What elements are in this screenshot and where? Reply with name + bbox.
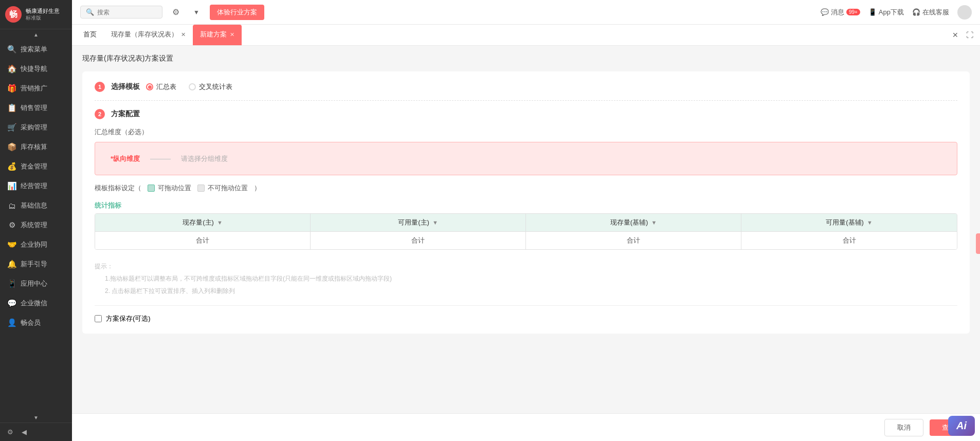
sales-icon: 📋 [7,103,16,113]
save-label: 方案保存(可选) [106,314,151,323]
sidebar-item-new-guide[interactable]: 🔔 新手引导 [0,254,72,274]
trial-industry-button[interactable]: 体验行业方案 [210,5,264,20]
settings-icon[interactable]: ⚙ [7,428,13,436]
dimension-selector[interactable]: *纵向维度 —— 请选择分组维度 [95,142,957,175]
radio-summary[interactable]: 汇总表 [146,82,176,91]
step1-title: 选择模板 [111,82,140,91]
step2-badge: 2 [95,109,105,119]
col1-dropdown-icon[interactable]: ▼ [217,219,223,226]
sidebar-item-label: 经营管理 [21,181,47,191]
sidebar-item-label: 资金管理 [21,162,47,171]
sidebar-item-label: 采购管理 [21,123,47,132]
finance-icon: 💰 [7,162,16,171]
sidebar-item-label: 搜索菜单 [21,45,47,54]
sidebar-bottom: ⚙ ◀ [0,422,72,441]
radio-cross[interactable]: 交叉统计表 [189,82,232,91]
sidebar-item-operations[interactable]: 📊 经营管理 [0,176,72,196]
stats-col2-header[interactable]: 可用量(主) ▼ [311,214,526,231]
quick-nav-icon: 🏠 [7,64,16,74]
tab-home-label: 首页 [83,30,97,39]
stats-col1-header[interactable]: 现存量(主) ▼ [95,214,311,231]
customer-service-btn[interactable]: 🎧 在线客服 [912,8,949,17]
template-radio-group: 汇总表 交叉统计表 [146,82,232,91]
sidebar-item-member[interactable]: 👤 畅会员 [0,313,72,333]
app-download-btn[interactable]: 📱 App下载 [868,8,904,17]
tab-home[interactable]: 首页 [76,25,104,45]
messages-btn[interactable]: 💬 消息 99+ [821,8,860,17]
settings-icon-btn[interactable]: ⚙ [169,5,183,20]
sidebar-nav: 🔍 搜索菜单 🏠 快捷导航 🎁 营销推广 📋 销售管理 🛒 采购管理 📦 库存核… [0,40,72,412]
ai-badge[interactable]: Ai [948,416,975,436]
right-scroll-handle[interactable] [976,233,980,254]
radio-summary-circle [146,83,153,90]
tab-new-scheme[interactable]: 新建方案 ✕ [193,25,242,45]
save-checkbox[interactable] [95,315,102,322]
step1-row: 1 选择模板 汇总表 交叉统计表 [95,82,957,92]
sidebar-item-wechat[interactable]: 💬 企业微信 [0,293,72,313]
hint-item-1: 1.拖动标题栏可以调整布局，不可跨维度或指标区域拖动栏目字段(只能在同一维度或指… [95,272,957,285]
step2-row: 2 方案配置 [95,109,957,119]
indicator-row: 模板指标设定（ 可拖动位置 不可拖动位置 ） [95,183,957,193]
fixed-indicator: 不可拖动位置 [197,183,248,193]
sidebar-item-inventory[interactable]: 📦 库存核算 [0,137,72,157]
sidebar-item-label: 库存核算 [21,142,47,152]
col2-dropdown-icon[interactable]: ▼ [432,219,438,226]
sidebar-item-system[interactable]: ⚙ 系统管理 [0,215,72,235]
step2-title: 方案配置 [111,109,140,119]
window-close-icon[interactable]: ✕ [949,29,961,41]
sidebar-item-finance[interactable]: 💰 资金管理 [0,157,72,176]
stats-col3-data: 合计 [526,231,741,249]
tab-inventory-status[interactable]: 现存量（库存状况表） ✕ [104,25,193,45]
user-avatar[interactable] [957,5,972,20]
cancel-button[interactable]: 取消 [884,419,923,436]
sidebar-item-search-menu[interactable]: 🔍 搜索菜单 [0,40,72,59]
content-area: 现存量(库存状况表)方案设置 1 选择模板 汇总表 交叉统计表 [72,46,980,441]
col3-dropdown-icon[interactable]: ▼ [651,219,657,226]
stats-col4-header[interactable]: 可用量(基辅) ▼ [741,214,957,231]
sidebar-item-app-center[interactable]: 📱 应用中心 [0,274,72,293]
draggable-indicator: 可拖动位置 [148,183,191,193]
sidebar-item-quick-nav[interactable]: 🏠 快捷导航 [0,59,72,79]
indicator-prefix: 模板指标设定（ [95,183,141,193]
search-box[interactable]: 🔍 [80,6,162,19]
tab-new-scheme-label: 新建方案 [200,30,227,39]
system-icon: ⚙ [7,220,16,230]
sidebar-scroll-down[interactable]: ▼ [0,412,72,422]
stats-col2-data: 合计 [311,231,526,249]
sidebar-item-label: 销售管理 [21,103,47,113]
stats-col2-label: 可用量(主) [398,218,429,227]
sidebar-item-label: 应用中心 [21,279,47,288]
purchase-icon: 🛒 [7,123,16,132]
window-expand-icon[interactable]: ⛶ [964,29,976,41]
dropdown-icon-btn[interactable]: ▼ [189,5,204,20]
customer-service-label: 在线客服 [922,8,949,17]
sidebar-item-marketing[interactable]: 🎁 营销推广 [0,79,72,98]
search-input[interactable] [97,9,149,16]
collapse-icon[interactable]: ◀ [22,428,27,436]
sidebar-item-sales[interactable]: 📋 销售管理 [0,98,72,118]
hint-title: 提示： [95,260,957,272]
search-menu-icon: 🔍 [7,45,16,54]
stats-col3-header[interactable]: 现存量(基辅) ▼ [526,214,741,231]
sidebar-item-purchase[interactable]: 🛒 采购管理 [0,118,72,137]
page-title: 现存量(库存状况表)方案设置 [82,54,970,63]
sidebar-item-label: 基础信息 [21,201,47,210]
wechat-icon: 💬 [7,299,16,308]
tab-inventory-label: 现存量（库存状况表） [111,30,178,39]
sidebar-item-label: 系统管理 [21,220,47,230]
sidebar: 畅 畅康通好生意 标准版 ▲ 🔍 搜索菜单 🏠 快捷导航 🎁 营销推广 📋 销售… [0,0,72,441]
app-logo-icon: 畅 [5,6,22,23]
indicator-suffix: ） [254,183,261,193]
stats-col3-label: 现存量(基辅) [610,218,648,227]
col4-dropdown-icon[interactable]: ▼ [867,219,873,226]
message-label: 消息 [831,8,844,17]
stats-col4-label: 可用量(基辅) [826,218,864,227]
sidebar-scroll-up[interactable]: ▲ [0,29,72,40]
stats-col1-label: 现存量(主) [183,218,214,227]
close-new-scheme-tab-icon[interactable]: ✕ [230,31,234,38]
sidebar-item-enterprise[interactable]: 🤝 企业协同 [0,235,72,254]
sidebar-item-label: 畅会员 [21,318,41,327]
sidebar-item-basic-info[interactable]: 🗂 基础信息 [0,196,72,215]
stats-data-row: 合计 合计 合计 合计 [95,231,957,249]
close-inventory-tab-icon[interactable]: ✕ [181,31,186,38]
